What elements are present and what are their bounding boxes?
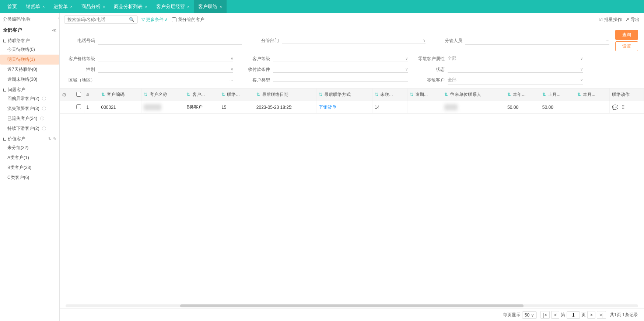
first-page-button[interactable]: |< (540, 311, 550, 319)
dept-select[interactable]: ∨ (282, 37, 426, 44)
filter-cell-customer-type: 客户类型 (241, 77, 408, 83)
row-last-method[interactable]: 下销货单 (316, 101, 372, 114)
row-contact-count: 15 (219, 101, 254, 114)
last-page-button[interactable]: >| (597, 311, 606, 319)
close-product-list-icon[interactable]: × (145, 4, 147, 9)
customer-type-select[interactable] (273, 79, 408, 82)
row-action-chat-icon[interactable]: 💬 (612, 104, 618, 110)
prev-page-button[interactable]: < (551, 311, 559, 319)
filter-row-3: 性别 ∨ 收付款条件 ∨ 状态 (66, 66, 638, 73)
batch-operation-button[interactable]: ☑ 批量操作 (599, 17, 622, 23)
price-grade-down-icon: ∨ (231, 56, 233, 61)
region-select[interactable]: ··· (98, 76, 233, 84)
sidebar-item-churned[interactable]: 已流失客户(24) ⓘ (0, 114, 59, 124)
sort-icon-date[interactable]: ⇅ (256, 92, 260, 97)
retail-customer-down-icon: ∨ (580, 78, 583, 82)
row-checkbox[interactable] (76, 104, 81, 109)
sidebar-item-tomorrow-contact[interactable]: 明天待联络(1) (0, 55, 59, 65)
sort-icon-unit[interactable]: ⇅ (444, 92, 448, 97)
row-checkbox-cell[interactable] (73, 101, 84, 114)
filter-icon: ▽ (141, 17, 145, 22)
last-date-column-header: ⇅ 最后联络日期 (254, 89, 316, 101)
value-refresh-icon[interactable]: ↻ (48, 137, 52, 141)
search-box[interactable]: 🔍 (64, 15, 138, 24)
nav-purchase-order[interactable]: 进货单 × (49, 0, 77, 13)
sidebar-item-repurchase-abnormal[interactable]: 回购异常客户(2) ⓘ (0, 94, 59, 104)
sidebar-item-a-class[interactable]: A类客户(1) (0, 153, 59, 163)
sort-icon-name[interactable]: ⇅ (144, 92, 147, 97)
page-number-input[interactable] (567, 311, 580, 319)
sidebar-item-c-class[interactable]: C类客户(6) (0, 173, 59, 183)
sort-icon-year[interactable]: ⇅ (507, 92, 511, 97)
export-button[interactable]: ↗ 导出 (626, 17, 640, 23)
sidebar-item-7day-contact[interactable]: 近7天待联络(0) (0, 65, 59, 75)
nav-home[interactable]: 首页 (3, 0, 21, 13)
checkbox-column-header[interactable] (73, 89, 84, 101)
settings-column-header[interactable]: ⚙ (60, 89, 73, 101)
customer-grade-label: 客户等级 (241, 56, 270, 62)
my-customer-checkbox-label[interactable]: 我分管的客户 (172, 17, 204, 23)
manager-more-icon[interactable]: ··· (606, 38, 609, 43)
horizontal-scrollbar[interactable] (60, 303, 644, 308)
status-select[interactable]: ∨ (448, 66, 583, 73)
price-grade-label: 客户价格等级 (66, 56, 95, 62)
sidebar-item-ungrouped[interactable]: 未分组(32) (0, 143, 59, 153)
row-name[interactable]: 客户名称 (141, 101, 184, 114)
sort-icon-no-contact[interactable]: ⇅ (375, 92, 378, 97)
query-button[interactable]: 查询 (615, 30, 638, 40)
my-customer-checkbox[interactable] (172, 17, 176, 22)
next-page-button[interactable]: > (587, 311, 595, 319)
phone-input[interactable] (98, 37, 242, 45)
retail-customer-select[interactable]: 全部 ∨ (448, 76, 583, 84)
sidebar-item-b-class[interactable]: B类客户(33) (0, 163, 59, 173)
sort-icon-last-month[interactable]: ⇅ (542, 92, 546, 97)
retail-attr-select[interactable]: 全部 ∨ (448, 54, 583, 63)
payment-select[interactable]: ∨ (273, 66, 408, 73)
filter-cell-gender: 性别 ∨ (66, 66, 233, 73)
main-search-input[interactable] (67, 17, 129, 22)
customer-grade-select[interactable]: ∨ (273, 55, 408, 62)
sidebar-item-today-contact[interactable]: 今天待联络(0) (0, 45, 59, 55)
row-action-more-icon[interactable]: ⠿ (621, 104, 625, 110)
nav-customer-contact[interactable]: 客户联络 × (194, 0, 226, 13)
settings-gear-icon[interactable]: ⚙ (62, 92, 67, 98)
manager-select[interactable]: ··· (465, 37, 609, 45)
close-sales-order-icon[interactable]: × (42, 4, 45, 9)
select-all-checkbox[interactable] (76, 92, 81, 97)
gender-select[interactable]: ∨ (98, 66, 233, 73)
nav-product-analysis-list[interactable]: 商品分析列表 × (109, 0, 151, 13)
reset-button[interactable]: 设置 (615, 41, 638, 51)
price-grade-select[interactable]: ∨ (98, 55, 233, 62)
sort-icon-this-month[interactable]: ⇅ (577, 92, 581, 97)
table-header-row: ⚙ # ⇅ 客户编码 ⇅ 客户名称 (60, 89, 644, 101)
page-size-box[interactable]: 50 ∨ (522, 311, 537, 319)
close-contact-icon[interactable]: × (220, 4, 222, 9)
close-product-analysis-icon[interactable]: × (103, 4, 105, 9)
more-filter-button[interactable]: ▽ 更多条件 ∧ (141, 17, 168, 23)
close-tiering-icon[interactable]: × (187, 4, 189, 9)
sort-icon-overdue[interactable]: ⇅ (410, 92, 413, 97)
name-column-header: ⇅ 客户名称 (141, 89, 184, 101)
sidebar-item-overdue-contact[interactable]: 逾期未联络(30) (0, 75, 59, 84)
payment-down-icon: ∨ (405, 67, 408, 71)
value-edit-icon[interactable]: ✎ (53, 137, 56, 141)
sidebar-item-declining[interactable]: 持续下滑客户(2) ⓘ (0, 124, 59, 134)
nav-customer-tiering[interactable]: 客户分层经营 × (152, 0, 194, 13)
all-customers-header[interactable]: 全部客户 ≪ (0, 25, 59, 35)
sort-icon-code[interactable]: ⇅ (101, 92, 105, 97)
close-purchase-order-icon[interactable]: × (70, 4, 72, 9)
sidebar-item-churn-warning[interactable]: 流失预警客户(3) ⓘ (0, 104, 59, 114)
nav-product-analysis[interactable]: 商品分析 × (77, 0, 109, 13)
nav-sales-order[interactable]: 销货单 × (21, 0, 49, 13)
sort-icon-contact[interactable]: ⇅ (221, 92, 225, 97)
status-down-icon: ∨ (580, 67, 583, 71)
region-more-icon[interactable]: ··· (230, 77, 233, 83)
sort-icon-method[interactable]: ⇅ (319, 92, 322, 97)
sidebar-search-input[interactable] (3, 17, 58, 22)
sort-icon-type[interactable]: ⇅ (186, 92, 190, 97)
pagination-bar: 每页显示 50 ∨ |< < 第 页 > >| 共1页 1条记录 (60, 308, 644, 321)
last-method-link[interactable]: 下销货单 (319, 104, 336, 110)
scroll-thumb[interactable] (180, 304, 524, 307)
main-search-icon[interactable]: 🔍 (129, 17, 134, 22)
row-number: 1 (84, 101, 99, 114)
